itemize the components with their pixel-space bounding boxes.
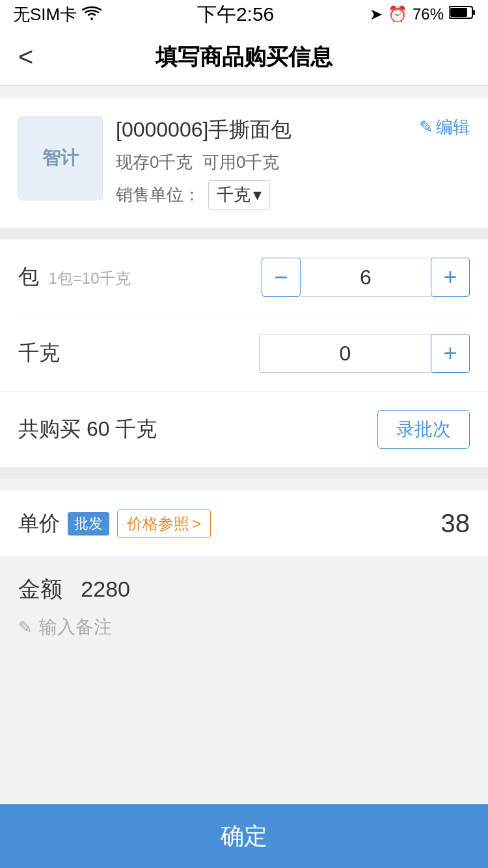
amount-row: 金额 2280 — [18, 575, 470, 604]
product-card: 智计 [0000006]手撕面包 现存0千克 可用0千克 销售单位： 千克 ▾ … — [0, 98, 488, 228]
carrier-label: 无SIM卡 — [13, 3, 77, 26]
unit-select[interactable]: 千克 ▾ — [208, 180, 270, 210]
package-label-group: 包 1包=10千克 — [18, 263, 131, 292]
alarm-icon: ⏰ — [388, 5, 407, 23]
kg-quantity-input[interactable] — [259, 334, 431, 373]
status-right: ➤ ⏰ 76% — [370, 5, 475, 23]
product-info: [0000006]手撕面包 现存0千克 可用0千克 销售单位： 千克 ▾ — [116, 116, 470, 210]
product-unit-row: 销售单位： 千克 ▾ — [116, 180, 470, 210]
price-section: 单价 批发 价格参照 > 38 — [0, 491, 488, 556]
section-divider-1 — [0, 228, 488, 239]
amount-value: 2280 — [81, 576, 130, 601]
kg-plus-button[interactable]: + — [431, 334, 470, 373]
battery-label: 76% — [413, 5, 444, 23]
product-image: 智计 — [18, 116, 103, 200]
product-stock: 现存0千克 可用0千克 — [116, 151, 470, 174]
confirm-button[interactable]: 确定 — [0, 804, 488, 868]
total-text: 共购买 60 千克 — [18, 415, 157, 444]
price-tag-pifa: 批发 — [68, 512, 109, 536]
svg-rect-2 — [450, 8, 467, 17]
nav-bar: < 填写商品购买信息 — [0, 29, 488, 86]
pencil-icon: ✎ — [18, 617, 33, 638]
price-value: 38 — [441, 509, 470, 538]
edit-icon: ✎ — [419, 117, 433, 137]
amount-section: 金额 2280 ✎ 输入备注 — [0, 556, 488, 658]
product-logo: 智计 — [42, 146, 79, 170]
price-left: 单价 批发 价格参照 > — [18, 509, 211, 538]
location-icon: ➤ — [370, 5, 383, 23]
package-row: 包 1包=10千克 − + — [18, 239, 470, 316]
package-quantity-control: − + — [262, 258, 470, 297]
price-label: 单价 — [18, 509, 60, 538]
unit-label: 销售单位： — [116, 183, 200, 206]
edit-button[interactable]: ✎ 编辑 — [419, 116, 470, 139]
input-section: 包 1包=10千克 − + 千克 + — [0, 239, 488, 391]
chevron-right-icon: > — [192, 515, 201, 533]
chevron-down-icon: ▾ — [253, 185, 262, 205]
page-title: 填写商品购买信息 — [156, 42, 332, 72]
wifi-icon — [82, 5, 102, 25]
package-plus-button[interactable]: + — [431, 258, 470, 297]
back-button[interactable]: < — [18, 42, 33, 72]
package-quantity-input[interactable] — [301, 258, 431, 297]
note-label: 输入备注 — [39, 615, 112, 640]
kg-label: 千克 — [18, 339, 60, 368]
product-name: [0000006]手撕面包 — [116, 116, 470, 144]
time-label: 下午2:56 — [197, 1, 274, 28]
package-label: 包 — [18, 265, 39, 288]
price-ref-button[interactable]: 价格参照 > — [117, 509, 211, 538]
batch-button[interactable]: 录批次 — [377, 410, 470, 449]
package-minus-button[interactable]: − — [262, 258, 301, 297]
total-row: 共购买 60 千克 录批次 — [0, 391, 488, 467]
status-bar: 无SIM卡 下午2:56 ➤ ⏰ 76% — [0, 0, 488, 29]
kg-row: 千克 + — [18, 316, 470, 391]
kg-quantity-control: + — [259, 334, 470, 373]
package-sublabel: 1包=10千克 — [48, 269, 130, 287]
note-row[interactable]: ✎ 输入备注 — [18, 615, 470, 640]
battery-icon — [449, 5, 475, 23]
status-left: 无SIM卡 — [13, 3, 102, 26]
amount-label: 金额 — [18, 576, 62, 601]
section-divider-2 — [0, 467, 488, 479]
svg-rect-1 — [472, 10, 475, 15]
